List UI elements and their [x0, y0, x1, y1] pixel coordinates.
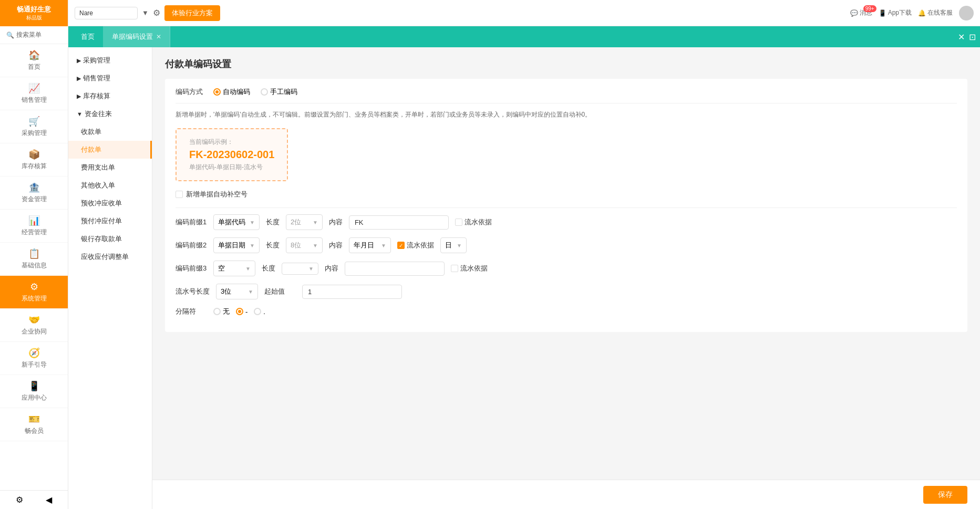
serial-start-input[interactable]	[302, 285, 402, 299]
prefix2-select[interactable]: 单据日期 ▼	[213, 237, 260, 253]
online-support-button[interactable]: 🔔 在线客服	[918, 8, 953, 17]
prefix3-label: 编码前缀3	[176, 264, 207, 273]
sec-item-payment[interactable]: 付款单	[68, 141, 152, 159]
prefix2-unit-value: 日	[445, 241, 452, 250]
breadcrumb-input[interactable]	[75, 7, 138, 19]
tab-close-icon[interactable]: ✕	[156, 33, 161, 40]
auto-encode-radio[interactable]	[213, 88, 221, 96]
sec-item-expense[interactable]: 费用支出单	[68, 159, 152, 176]
sec-group-capital[interactable]: ▼ 资金往来	[68, 105, 152, 123]
encode-method-row: 编码方式 自动编码 手工编码	[176, 87, 957, 97]
tab-encode-settings[interactable]: 单据编码设置 ✕	[104, 26, 170, 47]
prefix3-row: 编码前缀3 空 ▼ 长度 ▼ 内容	[176, 261, 957, 276]
auto-encode-option[interactable]: 自动编码	[213, 87, 250, 97]
prefix2-label: 编码前缀2	[176, 241, 207, 250]
tab-home[interactable]: 首页	[73, 26, 104, 47]
prefix1-content-input[interactable]	[349, 215, 449, 230]
message-badge: 99+	[863, 5, 876, 12]
search-menu[interactable]: 🔍 搜索菜单	[0, 26, 68, 44]
manual-encode-radio[interactable]	[261, 88, 268, 96]
prefix3-flow-checkbox[interactable]	[451, 265, 458, 272]
prefix2-arrow: ▼	[250, 243, 255, 248]
sec-item-bank[interactable]: 银行存取款单	[68, 230, 152, 248]
left-sidebar: 畅通好生意 标品版 🔍 搜索菜单 🏠 首页 📈 销售管理 🛒 采购管理 📦 库存…	[0, 0, 68, 509]
separator-row: 分隔符 无 - .	[176, 307, 957, 316]
collapse-icon[interactable]: ◀	[46, 495, 52, 505]
sidebar-item-label: 企业协同	[22, 327, 47, 336]
sep-none-option[interactable]: 无	[213, 307, 230, 316]
sec-group-label: 资金往来	[85, 109, 112, 119]
sidebar-item-management[interactable]: 📊 经营管理	[0, 210, 68, 243]
save-button[interactable]: 保存	[923, 486, 967, 504]
sec-group-sales[interactable]: ▶ 销售管理	[68, 69, 152, 87]
preview-label: 当前编码示例：	[189, 138, 274, 147]
sep-none-radio[interactable]	[213, 308, 221, 315]
auto-fill-checkbox[interactable]	[176, 191, 183, 198]
prefix1-flow-checkbox[interactable]	[455, 219, 462, 226]
prefix3-len-select[interactable]: ▼	[282, 263, 318, 275]
prefix2-value: 单据日期	[218, 241, 245, 250]
sep-dot-radio[interactable]	[254, 308, 261, 315]
sec-item-label: 收款单	[81, 128, 101, 136]
sidebar-item-label: 应用中心	[22, 393, 47, 402]
prefix1-len-select[interactable]: 2位 ▼	[286, 214, 323, 230]
sec-item-adjustment[interactable]: 应收应付调整单	[68, 248, 152, 266]
prefix3-content-input[interactable]	[345, 262, 445, 276]
sidebar-item-purchase[interactable]: 🛒 采购管理	[0, 110, 68, 143]
serial-len-select[interactable]: 3位 ▼	[216, 284, 258, 299]
message-button[interactable]: 💬 消息 99+	[850, 8, 872, 17]
prefix1-select[interactable]: 单据代码 ▼	[213, 214, 260, 230]
sec-item-receipt[interactable]: 收款单	[68, 123, 152, 141]
page-title: 付款单编码设置	[165, 58, 967, 70]
preview-desc: 单据代码-单据日期-流水号	[189, 163, 274, 172]
prefix2-content-select[interactable]: 年月日 ▼	[349, 237, 391, 253]
header-left: ▼ ⚙ 体验行业方案	[75, 5, 220, 21]
prefix2-flow-checkbox[interactable]: ✓	[397, 242, 405, 249]
prefix3-arrow: ▼	[245, 266, 251, 272]
sep-dot-option[interactable]: .	[254, 308, 265, 316]
len-arrow3: ▼	[308, 266, 314, 272]
sidebar-item-base[interactable]: 📋 基础信息	[0, 243, 68, 276]
sidebar-item-appstore[interactable]: 📱 应用中心	[0, 375, 68, 408]
manual-encode-option[interactable]: 手工编码	[261, 87, 297, 97]
settings-icon[interactable]: ⚙	[16, 495, 23, 505]
sidebar-item-home[interactable]: 🏠 首页	[0, 44, 68, 77]
prefix2-len-select[interactable]: 8位 ▼	[286, 237, 323, 253]
dropdown-icon[interactable]: ▼	[142, 9, 149, 17]
prefix1-len-label: 长度	[266, 217, 280, 227]
sep-none-label: 无	[223, 307, 230, 316]
sidebar-item-system[interactable]: ⚙ 系统管理	[0, 276, 68, 309]
user-avatar[interactable]	[959, 6, 974, 20]
prefix2-unit-select[interactable]: 日 ▼	[440, 237, 467, 253]
sidebar-item-inventory[interactable]: 📦 库存核算	[0, 143, 68, 176]
finance-icon: 🏦	[28, 182, 40, 193]
minimize-icon[interactable]: ✕	[958, 32, 965, 42]
sec-group-purchase[interactable]: ▶ 采购管理	[68, 51, 152, 69]
sidebar-item-finance[interactable]: 🏦 资金管理	[0, 176, 68, 210]
sidebar-item-label: 资金管理	[22, 195, 47, 204]
sec-item-prepay-payable[interactable]: 预付冲应付单	[68, 212, 152, 230]
sidebar-item-member[interactable]: 🎫 畅会员	[0, 408, 68, 441]
sec-group-inventory[interactable]: ▶ 库存核算	[68, 87, 152, 105]
divider2	[176, 207, 957, 208]
sidebar-item-guide[interactable]: 🧭 新手引导	[0, 342, 68, 375]
home-icon: 🏠	[28, 49, 40, 61]
prefix3-flow-label: 流水依据	[460, 264, 488, 273]
settings-gear-icon[interactable]: ⚙	[153, 8, 160, 18]
sep-dash-option[interactable]: -	[236, 308, 247, 316]
prefix1-content-label: 内容	[329, 217, 343, 227]
sec-item-other-income[interactable]: 其他收入单	[68, 176, 152, 194]
experience-button[interactable]: 体验行业方案	[164, 5, 220, 21]
arrow-icon: ▶	[77, 75, 81, 82]
prefix3-select[interactable]: 空 ▼	[213, 261, 255, 276]
sep-dash-radio[interactable]	[236, 308, 243, 315]
sidebar-item-sales[interactable]: 📈 销售管理	[0, 77, 68, 110]
app-download-button[interactable]: 📱 App下载	[879, 8, 912, 17]
tab-home-label: 首页	[81, 32, 95, 41]
sidebar-item-label: 采购管理	[22, 129, 47, 138]
sidebar-item-enterprise[interactable]: 🤝 企业协同	[0, 309, 68, 342]
main-wrapper: ▼ ⚙ 体验行业方案 💬 消息 99+ 📱 App下载 🔔 在线客服 首页	[68, 0, 980, 509]
maximize-icon[interactable]: ⊡	[969, 32, 976, 42]
auto-encode-label: 自动编码	[223, 87, 250, 97]
sec-item-prepay-receivable[interactable]: 预收冲应收单	[68, 194, 152, 212]
